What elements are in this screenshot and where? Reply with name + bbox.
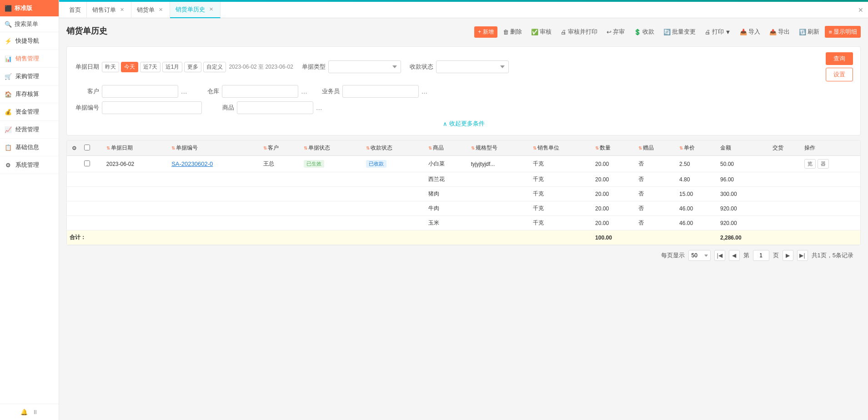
collect-button[interactable]: 💲 收款 [630,26,658,38]
print-button[interactable]: 🖨 打印 ▼ [701,26,735,38]
summary-spacer [169,230,592,245]
import-icon: 📥 [740,29,747,35]
gift-column-header[interactable]: ⇅赠品 [636,140,677,156]
header-left: 销货单历史 [66,25,107,42]
spec-column-header[interactable]: ⇅规格型号 [468,140,531,156]
qty-cell: 20.00 [592,216,636,230]
goods-column-header[interactable]: ⇅商品 [426,140,468,156]
checkbox-cell[interactable] [81,216,104,230]
gear-cell [67,172,81,187]
checkbox-cell[interactable] [81,156,104,172]
row-action-btns: 览 器 [804,159,858,169]
qty-column-header[interactable]: ⇅数量 [592,140,636,156]
customer-dots[interactable]: ... [181,87,187,95]
tab-close-all[interactable]: ✕ [858,6,863,14]
per-page-select[interactable]: 50 100 200 [688,250,711,261]
salesperson-input[interactable] [342,85,419,98]
operations-icon: 📈 [5,126,12,133]
doc-no-link[interactable]: SA-20230602-0 [171,160,213,167]
delete-button[interactable]: 🗑 删除 [499,26,526,38]
sidebar-item-inventory[interactable]: 🏠 库存核算 [0,85,59,103]
spec-cell [468,201,531,216]
goods-dots[interactable]: ... [316,104,322,112]
sidebar-item-base-info[interactable]: 📋 基础信息 [0,139,59,156]
new-button[interactable]: + 新增 [474,26,497,38]
sidebar-item-finance[interactable]: 💰 资金管理 [0,103,59,121]
checkbox-column-header[interactable] [81,140,104,156]
date-btn-1month[interactable]: 近1月 [162,62,183,72]
refresh-button[interactable]: 🔃 刷新 [795,26,823,38]
select-all-checkbox[interactable] [84,145,90,150]
tab-sales-history[interactable]: 销货单历史 ✕ [170,2,221,18]
row-checkbox[interactable] [84,160,90,166]
pay-status-column-header[interactable]: ⇅收款状态 [363,140,426,156]
date-btn-more[interactable]: 更多 [184,62,201,72]
sidebar-item-sys-mgmt[interactable]: ⚙ 系统管理 [0,156,59,174]
pause-icon[interactable]: ⏸ [32,409,38,415]
sidebar-item-sales-mgmt[interactable]: 📊 销售管理 [0,50,59,68]
collapse-bar[interactable]: ∧ 收起更多条件 [74,118,853,130]
first-page-button[interactable]: |◀ [714,250,725,261]
tab-sales-order[interactable]: 销售订单 ✕ [87,2,131,18]
set-button[interactable]: 设置 [826,68,853,81]
checkbox-cell[interactable] [81,172,104,187]
docno-input[interactable] [102,101,202,114]
date-btn-today[interactable]: 今天 [121,62,138,72]
page-number-input[interactable] [753,250,769,261]
goods-filter-group: 商品 ... [209,101,322,114]
sidebar-item-label: 采购管理 [15,72,39,80]
import-button[interactable]: 📥 导入 [736,26,764,38]
warehouse-dots[interactable]: ... [301,87,307,95]
sidebar-search[interactable]: 🔍 搜索菜单 [0,16,59,32]
checkbox-cell[interactable] [81,187,104,201]
print-icon: 🖨 [705,29,711,35]
tab-close-sales-goods[interactable]: ✕ [157,6,164,13]
doc-date-column-header[interactable]: ⇅单据日期 [104,140,169,156]
filter-row-1: 单据日期 昨天 今天 近7天 近1月 更多 自定义 2023-06-02 至 2… [74,52,853,81]
customer-cell [261,201,301,216]
data-table: ⚙ ⇅单据日期 ⇅单据编号 ⇅客户 ⇅单据状态 ⇅收款状态 ⇅商品 ⇅规格型号 … [67,140,860,245]
export-button[interactable]: 📤 导出 [766,26,793,38]
warehouse-input[interactable] [222,85,298,98]
date-btn-yesterday[interactable]: 昨天 [102,62,119,72]
sidebar-item-quick-nav[interactable]: ⚡ 快捷导航 [0,32,59,50]
show-detail-button[interactable]: ≡ 显示明细 [825,26,861,38]
price-column-header[interactable]: ⇅单价 [677,140,717,156]
view-button[interactable]: 览 [804,159,816,169]
date-btn-7days[interactable]: 近7天 [140,62,161,72]
sidebar-item-purchase-mgmt[interactable]: 🛒 采购管理 [0,68,59,85]
salesperson-dots[interactable]: ... [421,87,427,95]
date-btn-custom[interactable]: 自定义 [203,62,226,72]
batch-change-button[interactable]: 🔄 批量变更 [660,26,699,38]
doc-no-column-header[interactable]: ⇅单据编号 [169,140,260,156]
tab-sales-goods[interactable]: 销货单 ✕ [131,2,170,18]
notification-icon[interactable]: 🔔 [20,409,28,415]
tab-close-sales-history[interactable]: ✕ [208,6,215,13]
more-button[interactable]: 器 [818,159,829,169]
tab-close-sales-order[interactable]: ✕ [119,6,125,13]
audit-print-button[interactable]: 🖨 审核并打印 [557,26,601,38]
unit-column-header[interactable]: ⇅销售单位 [530,140,592,156]
audit-button[interactable]: ✅ 审核 [527,26,555,38]
customer-column-header[interactable]: ⇅客户 [261,140,301,156]
pay-status-cell [363,187,426,201]
customer-filter-group: 客户 ... [74,85,187,98]
gear-column-header[interactable]: ⚙ [67,140,81,156]
prev-page-button[interactable]: ◀ [729,250,740,261]
main-area: 首页 销售订单 ✕ 销货单 ✕ 销货单历史 ✕ ✕ 销货单历史 + 新增 🗑 [59,0,868,420]
next-page-button[interactable]: ▶ [783,250,793,261]
doc-type-select[interactable] [328,60,401,73]
abandon-button[interactable]: ↩ 弃审 [603,26,628,38]
goods-input[interactable] [237,101,313,114]
query-button[interactable]: 查询 [826,52,853,65]
tab-bar: 首页 销售订单 ✕ 销货单 ✕ 销货单历史 ✕ ✕ [59,2,868,18]
checkbox-cell[interactable] [81,201,104,216]
customer-input[interactable] [102,85,178,98]
tab-home[interactable]: 首页 [64,2,87,18]
pay-status-cell [363,201,426,216]
trade-cell [770,172,802,187]
pay-status-select[interactable] [436,60,509,73]
doc-status-column-header[interactable]: ⇅单据状态 [301,140,363,156]
sidebar-item-operations[interactable]: 📈 经营管理 [0,121,59,139]
last-page-button[interactable]: ▶| [797,250,808,261]
